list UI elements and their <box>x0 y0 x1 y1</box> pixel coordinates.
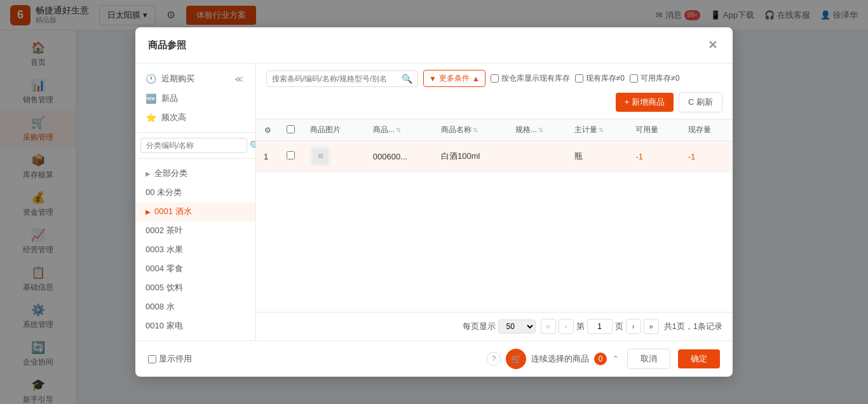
th-img: 商品图片 <box>302 119 365 141</box>
check-usable-text: 可用库存≠0 <box>641 73 679 84</box>
first-page-button[interactable]: « <box>541 319 556 334</box>
cat-label-0005: 0005 饮料 <box>146 282 183 293</box>
td-name: 白酒100ml <box>433 141 508 172</box>
search-button[interactable]: 🔍 <box>402 74 412 84</box>
product-modal: 商品参照 ✕ 🕐 近期购买 ≪ 🆕 新品 ⭐ <box>135 27 733 377</box>
new-label: 新品 <box>161 93 178 104</box>
category-search-box: 🔍 <box>135 133 255 159</box>
product-table-area: ⚙ 商品图片 商品...⇅ 商品名称⇅ 规格...⇅ 主计量⇅ 可用量 现存量 <box>256 119 733 312</box>
check-stock-text: 按仓库显示现有库存 <box>501 73 570 84</box>
modal-title: 商品参照 <box>148 39 186 51</box>
collapse-arrow[interactable]: ⌃ <box>612 354 620 364</box>
selected-count: 0 <box>594 353 607 365</box>
cancel-button[interactable]: 取消 <box>627 349 670 369</box>
left-panel: 🕐 近期购买 ≪ 🆕 新品 ⭐ 频次高 🔍 <box>135 64 256 340</box>
show-disabled-label[interactable]: 显示停用 <box>148 353 192 365</box>
refresh-button[interactable]: C 刷新 <box>679 92 722 112</box>
cat-00[interactable]: 00 未分类 <box>135 183 255 202</box>
cat-label-0001: 0001 酒水 <box>154 206 192 217</box>
product-search-box: 🔍 <box>266 71 418 87</box>
product-search-input[interactable] <box>272 74 399 83</box>
total-info: 共1页，1条记录 <box>664 321 722 332</box>
th-spec[interactable]: 规格...⇅ <box>508 119 567 141</box>
collapse-icon[interactable]: ≪ <box>233 72 245 85</box>
modal-header: 商品参照 ✕ <box>135 27 733 64</box>
confirm-button[interactable]: 确定 <box>678 349 720 368</box>
modal-overlay: 商品参照 ✕ 🕐 近期购买 ≪ 🆕 新品 ⭐ <box>0 0 868 404</box>
search-icon[interactable]: 🔍 <box>250 140 256 151</box>
check-stock-label[interactable]: 按仓库显示现有库存 <box>491 73 570 84</box>
cat-label-00: 00 未分类 <box>146 187 182 198</box>
cat-label-0003: 0003 水果 <box>146 244 183 255</box>
td-stock: -1 <box>681 141 733 172</box>
cat-arrow-0001: ▶ <box>146 208 151 215</box>
td-unit: 瓶 <box>567 141 628 172</box>
cat-0002[interactable]: 0002 茶叶 <box>135 221 255 240</box>
cat-0004[interactable]: 0004 零食 <box>135 259 255 278</box>
prev-page-button[interactable]: ‹ <box>559 319 574 334</box>
th-checkbox[interactable] <box>279 119 302 141</box>
new-icon: 🆕 <box>146 93 156 104</box>
check-usable-label[interactable]: 可用库存≠0 <box>630 73 679 84</box>
page-label: 第 <box>576 321 585 332</box>
nav-new[interactable]: 🆕 新品 <box>140 89 250 108</box>
cart-icon[interactable]: 🛒 <box>506 349 526 369</box>
cat-0003[interactable]: 0003 水果 <box>135 240 255 259</box>
th-usable: 可用量 <box>628 119 680 141</box>
continuous-label: 连续选择的商品 <box>531 353 589 365</box>
page-size-group: 每页显示 50 20 100 <box>463 320 536 333</box>
cat-0001[interactable]: ▶ 0001 酒水 <box>135 202 255 221</box>
row-checkbox[interactable] <box>287 151 295 159</box>
footer-middle: ? 🛒 连续选择的商品 0 ⌃ <box>487 349 620 369</box>
th-settings[interactable]: ⚙ <box>256 119 279 141</box>
modal-body: 🕐 近期购买 ≪ 🆕 新品 ⭐ 频次高 🔍 <box>135 64 733 340</box>
show-disabled-checkbox[interactable] <box>148 355 156 363</box>
page-input[interactable] <box>587 319 613 334</box>
nav-frequent[interactable]: ⭐ 频次高 <box>140 108 250 127</box>
product-table: ⚙ 商品图片 商品...⇅ 商品名称⇅ 规格...⇅ 主计量⇅ 可用量 现存量 <box>256 119 733 172</box>
th-code[interactable]: 商品...⇅ <box>365 119 433 141</box>
check-avail-input[interactable] <box>575 74 583 83</box>
page-unit: 页 <box>615 321 623 332</box>
page-nav: « ‹ 第 页 › » <box>541 319 659 334</box>
category-search-input[interactable] <box>140 138 247 153</box>
cat-all[interactable]: ▶ 全部分类 <box>135 164 255 183</box>
check-usable-input[interactable] <box>630 74 638 83</box>
td-spec <box>508 141 567 172</box>
table-row[interactable]: 1 🖼 000600... 白酒100ml 瓶 <box>256 141 733 172</box>
cat-0005[interactable]: 0005 饮料 <box>135 278 255 297</box>
th-name[interactable]: 商品名称⇅ <box>433 119 508 141</box>
cat-0010[interactable]: 0010 家电 <box>135 316 255 335</box>
right-panel: 🔍 ▼ 更多条件 ▲ 按仓库显示现有库存 现有库存≠0 <box>256 64 733 340</box>
recent-icon: 🕐 <box>146 74 156 84</box>
filter-icon: ▼ <box>429 74 437 83</box>
page-size-select[interactable]: 50 20 100 <box>498 320 536 333</box>
check-avail-label[interactable]: 现有库存≠0 <box>575 73 625 84</box>
td-index: 1 <box>256 141 279 172</box>
check-avail-text: 现有库存≠0 <box>586 73 625 84</box>
th-stock: 现存量 <box>681 119 733 141</box>
cat-arrow-all: ▶ <box>146 170 151 177</box>
close-button[interactable]: ✕ <box>705 37 720 53</box>
check-stock-input[interactable] <box>491 74 499 83</box>
next-page-button[interactable]: › <box>626 319 641 334</box>
td-code: 000600... <box>365 141 433 172</box>
recent-label: 近期购买 <box>161 73 194 84</box>
left-panel-nav: 🕐 近期购买 ≪ 🆕 新品 ⭐ 频次高 <box>135 64 255 133</box>
td-checkbox[interactable] <box>279 141 302 172</box>
table-header: ⚙ 商品图片 商品...⇅ 商品名称⇅ 规格...⇅ 主计量⇅ 可用量 现存量 <box>256 119 733 141</box>
toolbar-right: + 新增商品 C 刷新 <box>616 92 722 112</box>
last-page-button[interactable]: » <box>644 319 659 334</box>
help-icon[interactable]: ? <box>487 352 501 366</box>
select-all-checkbox[interactable] <box>287 125 295 133</box>
th-unit[interactable]: 主计量⇅ <box>567 119 628 141</box>
frequent-icon: ⭐ <box>146 112 156 123</box>
filter-button[interactable]: ▼ 更多条件 ▲ <box>423 70 485 87</box>
pagination: 每页显示 50 20 100 « ‹ 第 页 › <box>256 312 733 340</box>
add-product-button[interactable]: + 新增商品 <box>616 93 674 112</box>
toolbar: 🔍 ▼ 更多条件 ▲ 按仓库显示现有库存 现有库存≠0 <box>256 64 733 119</box>
cat-0008[interactable]: 0008 水 <box>135 297 255 316</box>
nav-recent[interactable]: 🕐 近期购买 ≪ <box>140 69 250 89</box>
cat-label-0004: 0004 零食 <box>146 263 183 274</box>
page-size-label: 每页显示 <box>463 321 496 332</box>
